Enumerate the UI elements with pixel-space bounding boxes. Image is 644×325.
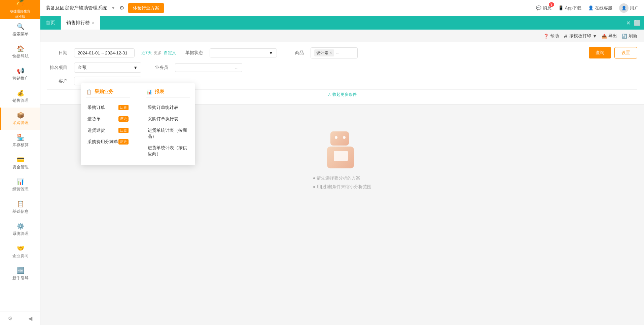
help-label: 帮助 [550,33,559,39]
user-btn[interactable]: 👤 用户 [619,3,639,13]
purchase-item-badge-2: 历史 [118,128,129,133]
shortcut-custom[interactable]: 自定义 [164,50,176,56]
header-right: 💬 消息 9 📱 App下载 👤 在线客服 👤 用户 [536,3,639,13]
online-service-btn[interactable]: 👤 在线客服 [588,5,612,11]
print-btn[interactable]: 🖨 按模板打印 ▼ [564,33,597,39]
sidebar-item-inventory[interactable]: 🏪 库存核算 [0,130,40,152]
sidebar-item-collab[interactable]: 🤝 企业协同 [0,241,40,263]
tab-close-icon[interactable]: × [92,21,94,25]
report-item-0[interactable]: 采购订单统计表 [146,102,190,113]
notification-icon: 💬 [536,5,541,10]
report-item-label-0: 采购订单统计表 [148,105,178,111]
goods-more-btn[interactable]: ... [336,50,339,55]
tab-sales-rank[interactable]: 销售排行榜 × [61,16,100,30]
sidebar-item-sales[interactable]: 💰 销售管理 [0,85,40,108]
sidebar-label-quick-nav: 快捷导航 [12,53,29,59]
purchase-item-label-0: 采购订单 [87,105,105,111]
collapse-icon: ∧ [328,92,331,97]
user-label: 用户 [630,5,639,11]
report-items: 采购订单统计表采购订单执行表进货单统计表（按商品）进货单统计表（按供应商） [146,102,190,160]
user-avatar: 👤 [619,3,629,13]
customer-label: 客户 [47,78,67,84]
sidebar-item-guide[interactable]: 🆕 新手引导 [0,263,40,285]
sidebar-label-guide: 新手引导 [12,275,29,281]
refresh-btn[interactable]: 🔄 刷新 [622,33,637,39]
report-item-2[interactable]: 进货单统计表（按商品） [146,125,190,142]
purchase-item-badge-3: 历史 [118,139,129,145]
salesman-input[interactable]: ... [175,63,242,72]
goods-input[interactable]: 设计素 × ... [311,47,358,58]
online-service-icon: 👤 [588,5,594,10]
shortcut-more[interactable]: 更多 [154,50,162,56]
sidebar-label-purchase: 采购管理 [12,120,29,126]
sidebar-item-operation[interactable]: 📊 经营管理 [0,174,40,196]
report-col-header: 📊 报表 [146,89,190,98]
goods-tag-close[interactable]: × [330,50,332,55]
header-settings-icon[interactable]: ⚙ [119,5,124,11]
purchase-col-title: 采购业务 [95,89,113,95]
purchase-col-header: 📋 采购业务 [86,89,130,98]
purchase-item-0[interactable]: 采购订单 历史 [86,102,130,113]
tab-window-close[interactable]: ✕ [626,20,631,26]
sidebar-item-system[interactable]: ⚙️ 系统管理 [0,218,40,241]
tab-sales-rank-label: 销售排行榜 [66,20,90,26]
status-input[interactable]: ▼ [210,48,277,57]
sidebar-label-sales: 销售管理 [12,98,29,104]
logo-text-line1: 畅捷通好生意 [10,9,30,14]
sidebar-label-collab: 企业协同 [12,253,29,259]
date-range-input[interactable]: 2024-01-01 ~ 2024-12-31 [74,48,135,57]
sidebar-item-quick-nav[interactable]: 🏠 快捷导航 [0,41,40,63]
rank-input[interactable]: 金额 ▼ [74,63,141,73]
goods-label: 商品 [284,50,304,56]
purchase-item-1[interactable]: 进货单 历史 [86,113,130,125]
robot-head [330,131,349,146]
sidebar-item-basic[interactable]: 📋 基础信息 [0,196,40,218]
help-icon: ❓ [543,34,549,39]
notification-badge: 9 [549,2,554,7]
sidebar-icon-quick-nav: 🏠 [17,45,24,52]
notification-btn[interactable]: 💬 消息 9 [536,5,551,11]
sidebar-logo: 🍊 畅捷通好生意 标准版 [0,0,40,19]
purchase-col: 📋 采购业务 采购订单 历史进货单 历史进货退货 历史采购费用分摊单 历史 [86,89,130,160]
report-item-label-2: 进货单统计表（按商品） [148,127,189,139]
query-btn[interactable]: 查询 [589,47,611,58]
sidebar-icon-purchase: 📦 [17,112,24,119]
purchase-item-label-3: 采购费用分摊单 [87,139,118,145]
sidebar-nav: 🔍 搜索菜单 🏠 快捷导航 📢 营销推广 💰 销售管理 📦 采购管理 🏪 库存核… [0,19,40,312]
app-download-btn[interactable]: 📱 App下载 [558,5,581,11]
tab-window-maximize[interactable]: ⬜ [634,20,641,26]
sidebar-item-finance[interactable]: 💳 资金管理 [0,152,40,174]
report-item-3[interactable]: 进货单统计表（按供应商） [146,142,190,160]
purchase-item-badge-0: 历史 [118,105,129,110]
system-dropdown-arrow[interactable]: ▼ [111,5,115,10]
export-label: 导出 [608,33,617,39]
main-content: 装备及固定资产辅助管理系统 ▼ ⚙ 体验行业方案 💬 消息 9 📱 App下载 … [40,0,644,325]
print-dropdown-icon[interactable]: ▼ [593,34,597,39]
app-download-icon: 📱 [558,5,564,10]
settings-btn[interactable]: 设置 [614,47,637,58]
customer-more-btn[interactable]: ... [134,79,138,83]
report-item-1[interactable]: 采购订单执行表 [146,113,190,125]
tab-home[interactable]: 首页 [40,16,61,30]
salesman-more-btn[interactable]: ... [235,65,239,70]
industry-btn[interactable]: 体验行业方案 [128,3,164,13]
report-col-icon: 📊 [146,89,152,94]
sidebar-label-system: 系统管理 [12,231,29,237]
sidebar-settings-icon[interactable]: ⚙ [8,315,12,322]
sidebar-item-marketing[interactable]: 📢 营销推广 [0,63,40,85]
print-label: 按模板打印 [569,33,591,39]
filter-row-2: 排名项目 金额 ▼ 业务员 ... [47,63,637,73]
report-item-label-1: 采购订单执行表 [148,116,178,122]
help-btn[interactable]: ❓ 帮助 [543,33,559,39]
sidebar-label-basic: 基础信息 [12,209,29,214]
export-btn[interactable]: 📤 导出 [602,33,617,39]
dropdown-columns: 📋 采购业务 采购订单 历史进货单 历史进货退货 历史采购费用分摊单 历史 📊 … [86,89,190,160]
sidebar-collapse-icon[interactable]: ◀ [28,315,32,322]
refresh-icon: 🔄 [622,34,627,39]
empty-illustration [322,131,362,168]
sidebar-item-search[interactable]: 🔍 搜索菜单 [0,19,40,41]
shortcut-7days[interactable]: 近7天 [141,50,152,56]
sidebar-item-purchase[interactable]: 📦 采购管理 [0,108,40,130]
purchase-item-2[interactable]: 进货退货 历史 [86,125,130,136]
purchase-item-3[interactable]: 采购费用分摊单 历史 [86,136,130,148]
